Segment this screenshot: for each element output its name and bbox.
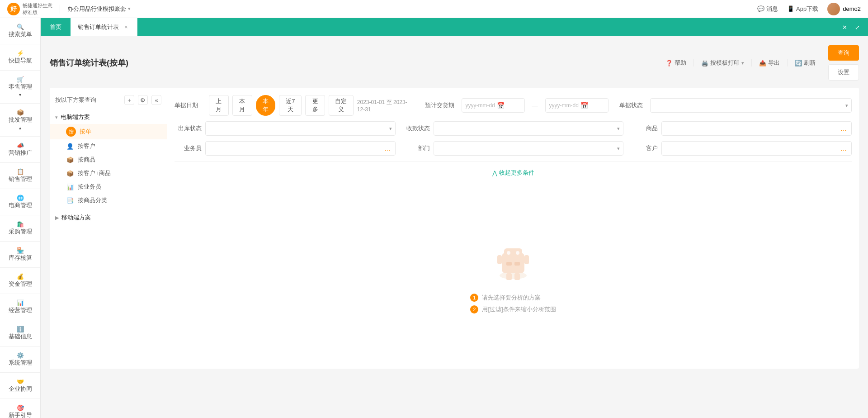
salesperson-more-icon[interactable]: …	[384, 145, 391, 152]
tip-num-2: 2	[470, 305, 478, 314]
by-customer-goods-icon: 📦	[66, 169, 74, 177]
logo-text: 畅捷通好生意 标准版	[23, 2, 52, 15]
sidebar-item-quicknav[interactable]: ⚡ 快捷导航	[0, 44, 40, 71]
sidebar-item-wholesale[interactable]: 📦 批发管理 ▴	[0, 104, 40, 137]
status-filter-label: 单据状态	[616, 101, 643, 109]
group-arrow-icon2: ▶	[55, 215, 59, 221]
print-chevron-icon: ▾	[741, 60, 744, 66]
app-download-button[interactable]: 📱 App下载	[787, 5, 818, 13]
salesperson-input[interactable]: …	[205, 141, 396, 156]
mobile-icon: 📱	[787, 5, 794, 12]
user-menu[interactable]: demo2	[827, 3, 861, 15]
user-avatar	[827, 3, 840, 15]
scheme-item-by-salesperson[interactable]: 📊 按业务员	[50, 180, 167, 194]
operations-icon: 📊	[0, 299, 40, 306]
date-btn-custom[interactable]: 自定义	[329, 95, 354, 116]
department-label: 部门	[403, 144, 430, 152]
sidebar-item-system[interactable]: ⚙️ 系统管理	[0, 347, 40, 373]
group-label: 电脑端方案	[61, 113, 90, 121]
empty-tip-2: 2 用[过滤]条件来缩小分析范围	[470, 305, 556, 314]
goods-more-icon[interactable]: …	[840, 125, 847, 132]
tab-home[interactable]: 首页	[41, 18, 71, 36]
scheme-settings-button[interactable]: ⚙	[138, 95, 148, 105]
by-category-icon: 📑	[66, 196, 74, 204]
expected-date-end[interactable]: yyyy-mm-dd 📅	[545, 98, 609, 113]
sidebar-item-ecommerce[interactable]: 🌐 电商管理	[0, 189, 40, 215]
scheme-collapse-button[interactable]: «	[151, 95, 161, 105]
date-placeholder2: yyyy-mm-dd	[549, 102, 579, 109]
payment-select[interactable]	[434, 121, 624, 136]
delivery-select[interactable]	[205, 121, 396, 136]
calendar-icon2: 📅	[580, 102, 588, 109]
finance-icon: 💰	[0, 273, 40, 280]
scheme-item-by-goods[interactable]: 📦 按商品	[50, 153, 167, 166]
empty-state: 1 请先选择要分析的方案 2 用[过滤]条件来缩小分析范围	[452, 221, 574, 335]
tab-bar: 首页 销售订单统计表 × ✕ ⤢	[41, 18, 868, 36]
svg-point-4	[516, 251, 519, 255]
sidebar-item-enterprise[interactable]: 🤝 企业协同	[0, 373, 40, 399]
scheme-item-by-order[interactable]: 按 按单	[50, 124, 167, 139]
template-print-button[interactable]: 🖨️ 按模板打印 ▾	[701, 59, 744, 67]
scheme-add-button[interactable]: +	[124, 95, 134, 105]
tab-sales-stat[interactable]: 销售订单统计表 ×	[71, 18, 137, 36]
settings-button[interactable]: 设置	[828, 64, 859, 81]
scheme-item-by-customer[interactable]: 👤 按客户	[50, 139, 167, 153]
sidebar-item-operations[interactable]: 📊 经营管理	[0, 294, 40, 320]
goods-input[interactable]: …	[661, 121, 852, 136]
sidebar-item-search[interactable]: 🔍 搜索菜单	[0, 18, 40, 44]
svg-rect-7	[497, 255, 502, 264]
sidebar-item-purchase[interactable]: 🛍️ 采购管理	[0, 215, 40, 242]
sidebar-item-sales[interactable]: 📋 销售管理	[0, 163, 40, 189]
export-button[interactable]: 📤 导出	[759, 59, 780, 67]
date-btn-7days[interactable]: 近7天	[279, 95, 302, 116]
refresh-button[interactable]: 🔄 刷新	[795, 59, 816, 67]
sidebar-item-newbie[interactable]: 🎯 新手引导	[0, 399, 40, 418]
ecommerce-icon: 🌐	[0, 195, 40, 201]
tab-minimize-button[interactable]: ✕	[839, 22, 850, 33]
sidebar: 🔍 搜索菜单 ⚡ 快捷导航 🛒 零售管理 ▾ 📦 批发管理 ▴ 📣 营销推广 📋…	[0, 18, 41, 418]
filter-field-goods: 商品 …	[631, 121, 852, 136]
page-header: 销售订单统计表(按单) ❓ 帮助 🖨️ 按模板打印 ▾ 📤	[50, 45, 859, 81]
retail-icon: 🛒	[0, 76, 40, 83]
date-btn-last-month[interactable]: 上月	[209, 95, 229, 116]
scheme-group-desktop-header[interactable]: ▾ 电脑端方案	[50, 110, 167, 124]
svg-point-3	[507, 251, 510, 255]
workspace-selector[interactable]: 办公用品行业模拟账套 ▾	[67, 5, 131, 13]
tab-maximize-button[interactable]: ⤢	[852, 22, 863, 33]
date-btn-this-year[interactable]: 本年	[256, 95, 276, 116]
minimize-icon: ✕	[842, 24, 847, 31]
maximize-icon: ⤢	[855, 24, 860, 31]
scheme-group-desktop: ▾ 电脑端方案 按 按单 👤 按客户 📦 按	[50, 109, 167, 209]
filter-row-3: 业务员 … 部门	[175, 141, 852, 156]
date-btn-more[interactable]: 更多	[305, 95, 325, 116]
help-icon: ❓	[665, 60, 673, 66]
status-select[interactable]	[650, 98, 852, 113]
customer-input[interactable]: …	[661, 141, 852, 156]
group-label2: 移动端方案	[61, 214, 91, 222]
scheme-item-label: 按业务员	[78, 183, 101, 191]
scheme-group-mobile-header[interactable]: ▶ 移动端方案	[50, 211, 167, 224]
sidebar-item-inventory[interactable]: 🏪 库存核算	[0, 242, 40, 268]
logo-icon: 好	[7, 3, 20, 15]
customer-more-icon[interactable]: …	[840, 145, 847, 152]
sidebar-item-finance[interactable]: 💰 资金管理	[0, 268, 40, 294]
expected-date-start[interactable]: yyyy-mm-dd 📅	[462, 98, 525, 113]
help-button[interactable]: ❓ 帮助	[665, 59, 686, 67]
sales-icon: 📋	[0, 168, 40, 175]
expected-date-label: 预计交货期	[418, 101, 454, 109]
scheme-item-by-customer-goods[interactable]: 📦 按客户+商品	[50, 166, 167, 180]
purchase-icon: 🛍️	[0, 221, 40, 228]
action-separator2	[751, 59, 752, 66]
tab-close-button[interactable]: ×	[123, 24, 130, 31]
sidebar-item-basic[interactable]: ℹ️ 基础信息	[0, 320, 40, 347]
sidebar-item-marketing[interactable]: 📣 营销推广	[0, 137, 40, 163]
date-btn-this-month[interactable]: 本月	[232, 95, 252, 116]
collapse-button[interactable]: ⋀ 收起更多条件	[489, 165, 538, 180]
sidebar-item-retail[interactable]: 🛒 零售管理 ▾	[0, 71, 40, 104]
query-button[interactable]: 查询	[828, 45, 859, 61]
scheme-item-by-category[interactable]: 📑 按商品分类	[50, 194, 167, 207]
action-separator	[693, 59, 694, 66]
wholesale-icon: 📦	[0, 109, 40, 116]
department-select[interactable]	[434, 141, 624, 156]
message-button[interactable]: 💬 消息	[757, 5, 778, 13]
